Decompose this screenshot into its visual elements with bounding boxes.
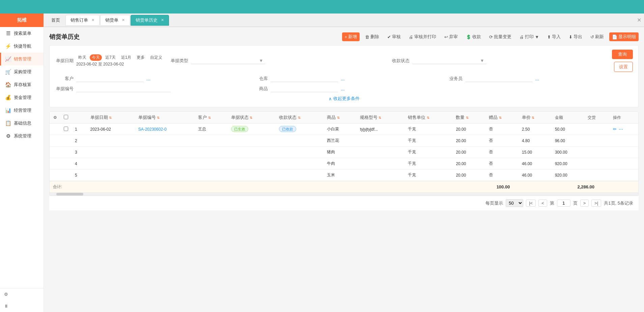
- select-all-checkbox[interactable]: [64, 115, 68, 119]
- tab-home[interactable]: 首页: [47, 15, 65, 26]
- col-doc-date[interactable]: 单据日期 ⇅: [87, 112, 135, 124]
- audit-button[interactable]: ✔ 审核: [385, 32, 403, 41]
- tab-sales-history[interactable]: 销货单历史 ✕: [131, 15, 169, 26]
- query-button[interactable]: 查询: [612, 50, 633, 59]
- sidebar-item-quick-nav[interactable]: ⚡ 快捷导航: [0, 40, 44, 53]
- row1-doc-no[interactable]: SA-20230602-0: [135, 124, 195, 135]
- date-tag-7days[interactable]: 近7天: [103, 54, 118, 61]
- sidebar-item-sales-mgmt[interactable]: 📈 销售管理: [0, 53, 44, 66]
- refresh-button[interactable]: ↺ 刷新: [588, 32, 607, 41]
- per-page-select[interactable]: 50 100 200: [506, 199, 523, 207]
- collapse-button[interactable]: ∧ 收起更多条件: [329, 96, 360, 102]
- filter-staff-input[interactable]: [465, 75, 533, 82]
- filter-settings-button[interactable]: 设置: [614, 62, 633, 72]
- operations-icon: 📊: [5, 107, 11, 113]
- sidebar-bottom-pause[interactable]: ⏸: [0, 300, 44, 312]
- row5-goods: 玉米: [324, 170, 357, 181]
- tab-home-label: 首页: [51, 17, 60, 23]
- next-page-btn[interactable]: >: [580, 200, 589, 207]
- import-button[interactable]: ⬆ 导入: [544, 32, 563, 41]
- col-doc-no[interactable]: 单据编号 ⇅: [135, 112, 195, 124]
- row2-gift: 否: [485, 135, 519, 147]
- scrollbar-thumb[interactable]: [56, 193, 83, 196]
- prev-page-btn[interactable]: <: [538, 200, 547, 207]
- col-goods[interactable]: 商品 ⇅: [324, 112, 357, 124]
- filter-doctype-select[interactable]: ▼: [191, 57, 265, 64]
- sidebar-item-label: 系统管理: [14, 133, 31, 139]
- col-gift[interactable]: 赠品 ⇅: [485, 112, 519, 124]
- tab-sales-order[interactable]: 销售订单 ✕: [65, 15, 100, 26]
- tab-bar-close-all[interactable]: ✕: [637, 17, 641, 23]
- add-button[interactable]: + 新增: [342, 32, 360, 41]
- filter-docno-input[interactable]: [76, 85, 171, 92]
- pay-status-sort-icon: ⇅: [298, 116, 301, 120]
- sidebar-item-operations[interactable]: 📊 经营管理: [0, 104, 44, 117]
- col-qty[interactable]: 数量 ⇅: [452, 112, 485, 124]
- warehouse-more-icon[interactable]: ...: [341, 76, 345, 81]
- col-spec[interactable]: 规格型号 ⇅: [357, 112, 404, 124]
- collect-button[interactable]: 💲 收款: [463, 32, 484, 41]
- sidebar-item-label: 经营管理: [14, 107, 31, 113]
- batch-change-button[interactable]: ⟳ 批量变更: [486, 32, 514, 41]
- goods-more-icon[interactable]: ...: [341, 86, 345, 92]
- filter-goods-label: 商品: [249, 86, 268, 92]
- col-doc-status[interactable]: 单据状态 ⇅: [228, 112, 276, 124]
- col-gear[interactable]: ⚙: [50, 112, 60, 124]
- row1-checkbox[interactable]: [64, 127, 68, 131]
- audit-print-button[interactable]: 🖨 审核并打印: [406, 32, 439, 41]
- customer-more-icon[interactable]: ...: [146, 76, 150, 81]
- doctype-dropdown-icon: ▼: [259, 58, 263, 63]
- page-number-input[interactable]: [557, 200, 570, 207]
- date-tag-yesterday[interactable]: 昨天: [76, 54, 88, 61]
- last-page-btn[interactable]: >|: [591, 200, 601, 207]
- filter-customer-label: 客户: [55, 76, 74, 82]
- sidebar-bottom-settings[interactable]: ⚙: [0, 288, 44, 300]
- sidebar-item-label: 基础信息: [14, 120, 31, 126]
- date-tag-1month[interactable]: 近1月: [119, 54, 134, 61]
- row2-qty: 20.00: [452, 135, 485, 147]
- delete-button[interactable]: 🗑 删除: [362, 32, 382, 41]
- print-button[interactable]: 🖨 打印 ▼: [517, 32, 542, 41]
- date-range: 2023-06-02 至 2023-06-02: [76, 61, 164, 67]
- filter-staff-item: 业务员 ...: [444, 75, 633, 82]
- tab-sales-history-label: 销货单历史: [136, 17, 158, 23]
- row1-edit-btn[interactable]: ✏: [613, 127, 617, 132]
- tab-sales-goods[interactable]: 销货单 ✕: [100, 15, 130, 26]
- sidebar-item-purchase-mgmt[interactable]: 🛒 采购管理: [0, 66, 44, 78]
- col-price[interactable]: 单价 ⇅: [519, 112, 552, 124]
- sidebar-item-label: 搜索菜单: [14, 30, 31, 36]
- date-tag-custom[interactable]: 自定义: [148, 54, 164, 61]
- date-tag-today[interactable]: 今天: [90, 54, 102, 61]
- abandon-button[interactable]: ↩ 弃审: [442, 32, 460, 41]
- row1-delivery: [584, 124, 610, 135]
- sidebar-item-search-menu[interactable]: ☰ 搜索菜单: [0, 27, 44, 40]
- table-row: 1 2023-06-02 SA-20230602-0 王总 已生效 已收款 小白…: [50, 124, 638, 135]
- row1-no: 1: [72, 124, 87, 135]
- row1-more-btn[interactable]: ⋯: [619, 127, 623, 132]
- row5-amount: 920.00: [552, 170, 584, 181]
- sidebar-item-sys-admin[interactable]: ⚙ 系统管理: [0, 130, 44, 142]
- gift-sort-icon: ⇅: [499, 116, 502, 120]
- col-unit[interactable]: 销售单位 ⇅: [404, 112, 452, 124]
- first-page-btn[interactable]: |<: [526, 200, 536, 207]
- tab-sales-order-close[interactable]: ✕: [91, 18, 94, 22]
- filter-payment-select[interactable]: ▼: [412, 57, 486, 64]
- export-button[interactable]: ⬇ 导出: [566, 32, 585, 41]
- filter-goods-input[interactable]: [271, 85, 338, 92]
- filter-customer-input[interactable]: [76, 75, 144, 82]
- sidebar-item-finance[interactable]: 💰 资金管理: [0, 91, 44, 104]
- tab-sales-history-close[interactable]: ✕: [161, 18, 164, 22]
- scrollbar[interactable]: [50, 192, 638, 195]
- filter-docno-item: 单据编号: [55, 85, 244, 92]
- staff-more-icon[interactable]: ...: [535, 76, 539, 81]
- sidebar-item-inventory[interactable]: 🏠 库存核算: [0, 78, 44, 91]
- col-customer[interactable]: 客户 ⇅: [195, 112, 228, 124]
- filter-warehouse-input[interactable]: [271, 75, 338, 82]
- col-pay-status[interactable]: 收款状态 ⇅: [276, 112, 324, 124]
- row2-unit: 千克: [404, 135, 452, 147]
- sidebar-item-basic-info[interactable]: 📋 基础信息: [0, 117, 44, 130]
- tab-sales-goods-close[interactable]: ✕: [122, 18, 125, 22]
- date-tag-more[interactable]: 更多: [135, 54, 147, 61]
- row5-qty: 20.00: [452, 170, 485, 181]
- show-detail-button[interactable]: 📄 显示明细: [609, 32, 639, 41]
